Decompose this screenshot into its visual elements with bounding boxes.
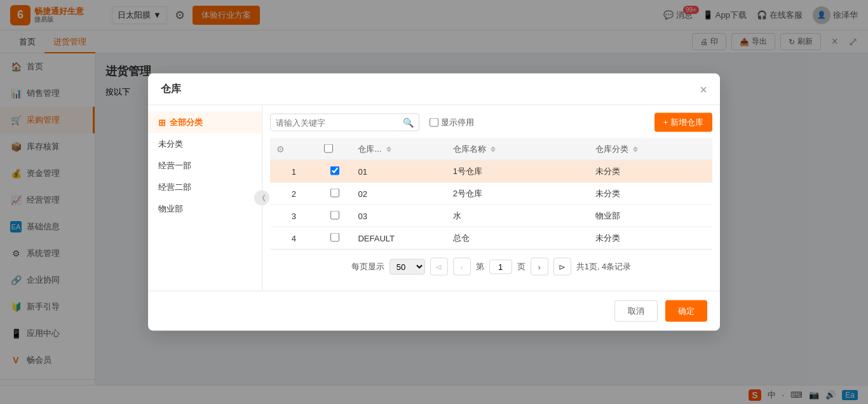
category-item-property[interactable]: 物业部 <box>148 198 262 220</box>
next-page-button[interactable]: › <box>531 258 548 276</box>
total-info: 共1页, 4条记录 <box>576 261 632 273</box>
row-check <box>318 160 352 182</box>
row-checkbox[interactable] <box>330 232 339 241</box>
category-col-header[interactable]: 仓库分类 <box>589 138 712 161</box>
category-all-label: 全部分类 <box>170 117 203 128</box>
row-code: 01 <box>351 160 446 182</box>
warehouse-dialog: 仓库 × ⊞ 全部分类 未分类 经营一部 经营二部 物业部 《 🔍 <box>148 74 720 331</box>
last-page-button[interactable]: ⊳ <box>553 258 571 276</box>
col-settings-icon[interactable]: ⚙ <box>276 144 285 154</box>
row-name: 1号仓库 <box>447 160 589 182</box>
prev-page-button[interactable]: ‹ <box>453 258 471 276</box>
table-row[interactable]: 1 01 1号仓库 未分类 <box>270 160 712 182</box>
row-code: DEFAULT <box>351 227 446 249</box>
confirm-button[interactable]: 确定 <box>665 300 707 322</box>
row-category: 物业部 <box>589 205 712 227</box>
category-item-unclassified[interactable]: 未分类 <box>148 133 262 155</box>
category-sort-icon <box>633 147 638 152</box>
table-panel: 🔍 显示停用 + 新增仓库 ⚙ <box>262 105 720 291</box>
show-disabled-wrap: 显示停用 <box>430 117 474 128</box>
row-checkbox[interactable] <box>330 188 339 197</box>
table-body: 1 01 1号仓库 未分类 2 02 2号仓库 未分类 3 03 水 物业部 4… <box>270 160 712 249</box>
pagination: 每页显示 10 20 50 100 ⊲ ‹ 第 页 › ⊳ 共1页, 4条记录 <box>270 250 712 283</box>
dialog-title: 仓库 <box>161 83 181 96</box>
dialog-footer: 取消 确定 <box>148 291 720 331</box>
settings-col-header: ⚙ <box>270 138 318 161</box>
code-sort-icon <box>386 147 391 152</box>
collapse-button[interactable]: 《 <box>254 191 269 206</box>
search-button[interactable]: 🔍 <box>398 114 419 131</box>
row-code: 02 <box>351 182 446 205</box>
category-item-ops1[interactable]: 经营一部 <box>148 155 262 177</box>
page-label: 第 <box>476 261 484 273</box>
table-row[interactable]: 2 02 2号仓库 未分类 <box>270 182 712 205</box>
row-seq: 4 <box>270 227 318 249</box>
table-toolbar: 🔍 显示停用 + 新增仓库 <box>270 113 712 132</box>
dialog-close-button[interactable]: × <box>700 83 707 95</box>
dialog-header: 仓库 × <box>148 74 720 105</box>
check-col-header <box>318 138 352 161</box>
row-code: 03 <box>351 205 446 227</box>
category-item-ops2[interactable]: 经营二部 <box>148 177 262 198</box>
code-col-header[interactable]: 仓库... <box>351 138 446 161</box>
header-checkbox[interactable] <box>324 144 333 152</box>
row-name: 水 <box>447 205 589 227</box>
row-seq: 3 <box>270 205 318 227</box>
row-check <box>318 182 352 205</box>
per-page-label: 每页显示 <box>351 261 384 273</box>
dialog-body: ⊞ 全部分类 未分类 经营一部 经营二部 物业部 《 🔍 显示停用 + 新增 <box>148 105 720 291</box>
row-seq: 1 <box>270 160 318 182</box>
name-sort-icon <box>491 147 496 152</box>
row-category: 未分类 <box>589 160 712 182</box>
cancel-button[interactable]: 取消 <box>614 300 658 322</box>
warehouse-table: ⚙ 仓库... 仓库名称 <box>270 138 712 250</box>
row-name: 2号仓库 <box>447 182 589 205</box>
row-checkbox[interactable] <box>330 166 339 175</box>
row-check <box>318 205 352 227</box>
page-input[interactable] <box>489 259 512 274</box>
table-row[interactable]: 3 03 水 物业部 <box>270 205 712 227</box>
grid-icon: ⊞ <box>158 118 166 128</box>
page-suffix: 页 <box>517 261 526 273</box>
first-page-button[interactable]: ⊲ <box>430 258 448 276</box>
row-category: 未分类 <box>589 182 712 205</box>
row-name: 总仓 <box>447 227 589 249</box>
row-check <box>318 227 352 249</box>
show-disabled-checkbox[interactable] <box>430 118 438 127</box>
add-warehouse-button[interactable]: + 新增仓库 <box>654 113 712 132</box>
page-size-select[interactable]: 10 20 50 100 <box>390 259 425 274</box>
row-category: 未分类 <box>589 227 712 249</box>
table-header-row: ⚙ 仓库... 仓库名称 <box>270 138 712 161</box>
table-row[interactable]: 4 DEFAULT 总仓 未分类 <box>270 227 712 249</box>
show-disabled-label: 显示停用 <box>441 117 474 128</box>
search-input[interactable] <box>271 114 398 130</box>
category-panel: ⊞ 全部分类 未分类 经营一部 经营二部 物业部 《 <box>148 105 262 291</box>
row-seq: 2 <box>270 182 318 205</box>
search-wrap: 🔍 <box>270 114 419 131</box>
row-checkbox[interactable] <box>330 210 339 219</box>
category-all-item[interactable]: ⊞ 全部分类 <box>148 112 262 133</box>
name-col-header[interactable]: 仓库名称 <box>447 138 589 161</box>
